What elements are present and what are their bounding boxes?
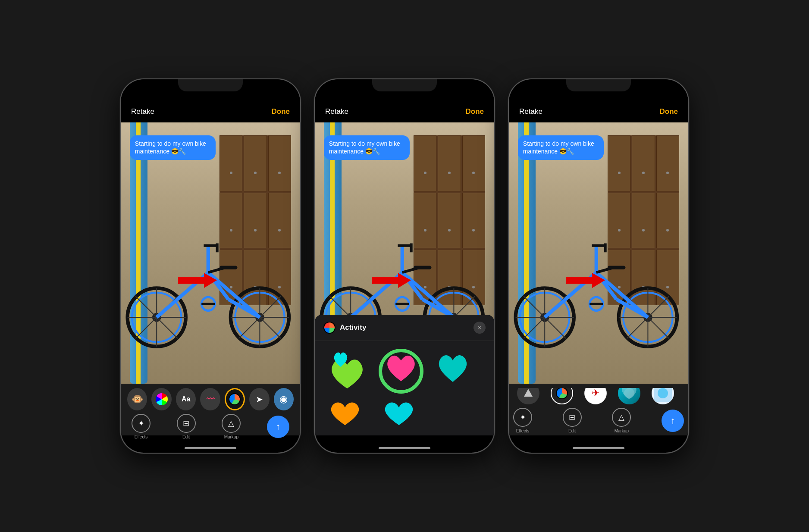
home-indicator-2 — [379, 447, 430, 449]
sticker-icon-wrap — [618, 388, 640, 404]
markup-label-1: Markup — [224, 435, 238, 439]
effects-icon-3: ✦ — [513, 408, 532, 427]
music-btn[interactable]: 〰 — [200, 388, 220, 410]
bottom-toolbar-3: apes Activity American — [509, 384, 688, 435]
color-wheel-btn[interactable] — [151, 388, 171, 410]
home-indicator-3 — [573, 447, 624, 449]
heart-sticker-svg-3 — [431, 350, 474, 393]
category-american[interactable]: American — [580, 388, 611, 404]
activity-sticker-1[interactable] — [323, 350, 371, 393]
category-crossy[interactable]: Crossy l — [648, 388, 678, 404]
markup-icon-1: △ — [222, 414, 241, 433]
send-btn-3[interactable]: ↑ — [662, 410, 684, 432]
effects-label-1: Effects — [135, 435, 147, 439]
retake-button-1[interactable]: Retake — [131, 107, 154, 116]
edit-icon-1: ⊟ — [177, 414, 196, 433]
arrow-sticker-btn[interactable]: ➤ — [249, 388, 269, 410]
text-bubble-1: Starting to do my own bike maintenance 😎… — [130, 135, 216, 160]
phone-1: Retake Done — [120, 78, 301, 454]
shapes-icon — [517, 388, 539, 404]
crossy-sticker-svg — [652, 388, 674, 404]
category-scroll-3: apes Activity American — [509, 388, 688, 404]
action-row-1: ✦ Effects ⊟ Edit △ Markup ↑ — [127, 414, 294, 439]
phone-1-nav: Retake Done — [121, 101, 300, 122]
svg-marker-78 — [566, 273, 605, 288]
markup-btn-3[interactable]: △ Markup — [612, 408, 631, 433]
teal-sticker-icon — [618, 388, 640, 404]
phone-3-screen: Retake Done — [509, 79, 688, 453]
markup-icon-3: △ — [612, 408, 631, 427]
phones-container: Retake Done — [120, 78, 689, 454]
edit-btn-1[interactable]: ⊟ Edit — [177, 414, 196, 439]
teal-sticker-svg — [618, 388, 640, 404]
activity-stickers-row2 — [315, 401, 494, 427]
activity-sticker-2[interactable] — [377, 350, 425, 393]
activity-panel-title: Activity — [340, 323, 473, 332]
send-btn-1[interactable]: ↑ — [267, 416, 289, 438]
category-shapes[interactable]: apes — [513, 388, 543, 404]
crossy-sticker-icon — [652, 388, 674, 404]
done-button-3[interactable]: Done — [660, 107, 678, 116]
heart-sticker-svg-1 — [326, 350, 369, 393]
activity-sticker-5[interactable] — [377, 401, 425, 427]
home-indicator-1 — [185, 447, 236, 449]
heart-sticker-svg-4 — [323, 401, 367, 427]
category-activity-3[interactable]: Activity — [547, 388, 577, 404]
activity-sticker-4[interactable] — [323, 401, 371, 427]
svg-marker-51 — [372, 273, 411, 288]
svg-rect-48 — [414, 266, 432, 269]
done-button-1[interactable]: Done — [272, 107, 290, 116]
edit-label-1: Edit — [182, 435, 190, 439]
american-flag-icon — [584, 388, 607, 404]
markup-label-3: Markup — [615, 429, 629, 433]
text-bubble-2: Starting to do my own bike maintenance 😎… — [324, 135, 410, 160]
done-button-2[interactable]: Done — [466, 107, 484, 116]
sticker-row-1: 🐵 Aa 〰 ➤ — [127, 388, 294, 410]
heart-sticker-svg-5 — [377, 401, 420, 432]
activity-panel: Activity × — [315, 315, 494, 435]
crossy-icon-wrap — [652, 388, 674, 404]
svg-point-81 — [658, 388, 668, 398]
retake-button-2[interactable]: Retake — [325, 107, 348, 116]
text-btn[interactable]: Aa — [176, 388, 196, 410]
effects-btn-3[interactable]: ✦ Effects — [513, 408, 532, 433]
phone-3: Retake Done — [508, 78, 689, 454]
retake-button-3[interactable]: Retake — [519, 107, 542, 116]
red-arrow-1 — [178, 273, 217, 290]
svg-rect-75 — [608, 266, 626, 269]
american-icon-wrap — [584, 388, 607, 404]
phone-2: Retake Done — [314, 78, 495, 454]
svg-point-79 — [624, 388, 634, 398]
svg-rect-22 — [219, 266, 238, 269]
activity-btn-selected[interactable] — [225, 388, 245, 410]
text-bubble-3: Starting to do my own bike maintenance 😎… — [518, 135, 604, 160]
phone-2-screen: Retake Done — [315, 79, 494, 453]
effects-label-3: Effects — [516, 429, 529, 433]
edit-label-3: Edit — [568, 429, 576, 433]
activity-icon-3 — [551, 388, 573, 404]
bottom-toolbar-1: 🐵 Aa 〰 ➤ — [121, 384, 300, 435]
effects-icon-1: ✦ — [132, 414, 151, 433]
activity-panel-icon — [323, 322, 336, 334]
phone-3-nav: Retake Done — [509, 101, 688, 122]
blue-circle-btn[interactable]: ◉ — [274, 388, 294, 410]
red-arrow-3 — [566, 273, 605, 290]
edit-btn-3[interactable]: ⊟ Edit — [563, 408, 582, 433]
bike-photo-3: Starting to do my own bike maintenance 😎… — [509, 122, 688, 384]
activity-header: Activity × — [315, 315, 494, 341]
phone-1-screen: Retake Done — [121, 79, 300, 453]
monkey-sticker-btn[interactable]: 🐵 — [127, 388, 147, 410]
activity-stickers-grid — [315, 341, 494, 401]
shapes-svg — [522, 388, 534, 399]
bike-photo-1: Starting to do my own bike maintenance 😎… — [121, 122, 300, 384]
photo-area-3: Starting to do my own bike maintenance 😎… — [509, 122, 688, 384]
heart-sticker-svg-2 — [377, 347, 425, 395]
effects-btn-1[interactable]: ✦ Effects — [132, 414, 151, 439]
activity-close-btn[interactable]: × — [473, 322, 486, 334]
svg-marker-25 — [178, 273, 217, 288]
category-sticker[interactable]: sticker — [614, 388, 644, 404]
photo-area-1: Starting to do my own bike maintenance 😎… — [121, 122, 300, 384]
markup-btn-1[interactable]: △ Markup — [222, 414, 241, 439]
red-arrow-2 — [372, 273, 411, 290]
activity-sticker-3[interactable] — [431, 350, 474, 393]
